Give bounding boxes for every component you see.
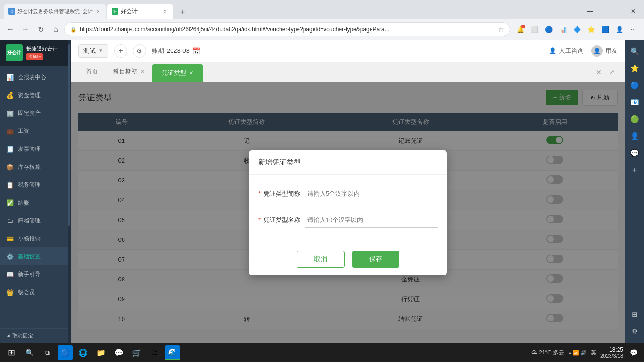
more-btn[interactable]: ⋯ — [627, 23, 640, 36]
user-name: 用友 — [605, 47, 618, 55]
logo-text-block: 畅捷通好合计 流畅版 — [26, 45, 58, 60]
sidebar-item-reports[interactable]: 📊 会报表中心 — [0, 68, 71, 86]
sidebar-item-archive[interactable]: 🗂 归档管理 — [0, 212, 71, 230]
tab-subject[interactable]: 科目期初 ✕ — [106, 62, 152, 82]
taskbar-app-wechat[interactable]: 💬 — [111, 345, 126, 360]
page-content: 凭证类型 + 新增 ↻ 刷新 编号 凭证类型简称 — [71, 82, 625, 343]
menu-icon-finance: 💰 — [6, 91, 14, 99]
taskbar-app-store[interactable]: 🛒 — [129, 345, 144, 360]
page-tab-bar: 首页 科目期初 ✕ 凭证类型 ✕ ✕ ⤢ — [71, 62, 625, 82]
close-button[interactable]: ✕ — [622, 4, 644, 19]
tab2-title: 好会计 — [121, 8, 160, 16]
start-button[interactable]: ⊞ — [4, 345, 19, 360]
user-info[interactable]: 👤 用友 — [591, 45, 618, 57]
minimize-button[interactable]: — — [579, 4, 601, 19]
right-icon-user[interactable]: 👤 — [627, 128, 643, 144]
taskbar-app-folder[interactable]: 🗂 — [147, 345, 162, 360]
tab-subject-label: 科目期初 — [113, 67, 138, 76]
sidebar-item-member[interactable]: 👑 畅会员 — [0, 283, 71, 301]
tab1-close[interactable]: ✕ — [95, 8, 101, 15]
menu-icon-tax: 📋 — [6, 181, 14, 189]
ext-btn-7[interactable]: 🟦 — [599, 23, 612, 36]
sidebar-item-tax[interactable]: 📋 税务管理 — [0, 176, 71, 194]
ext-btn-1[interactable]: 🔔 — [514, 23, 527, 36]
workspace-arrow: ▼ — [99, 48, 103, 53]
sidebar-menu: 📊 会报表中心 💰 资金管理 🏢 固定资产 💼 工资 🧾 发票管理 📦 库存核算… — [0, 66, 71, 328]
period-calendar-icon[interactable]: 📅 — [192, 47, 200, 55]
tab-voucher[interactable]: 凭证类型 ✕ — [152, 64, 203, 82]
ext-btn-5[interactable]: 🔷 — [570, 23, 584, 36]
abbr-input[interactable] — [305, 186, 438, 201]
right-icon-green[interactable]: 🟢 — [627, 111, 643, 127]
right-icon-outlook[interactable]: 📧 — [627, 94, 643, 110]
taskbar-sys-icons[interactable]: ∧ 📶 🔊 — [568, 350, 587, 356]
forward-button[interactable]: → — [19, 23, 32, 36]
right-icon-settings[interactable]: ⚙ — [627, 323, 643, 339]
tab2-favicon: 好 — [112, 8, 118, 15]
app-area: 好会计 畅捷通好合计 流畅版 📊 会报表中心 💰 资金管理 🏢 固定资产 💼 工… — [0, 40, 644, 343]
right-icon-add[interactable]: + — [627, 162, 643, 178]
home-button[interactable]: ⌂ — [49, 23, 62, 36]
reload-button[interactable]: ↻ — [34, 23, 47, 36]
ext-btn-3[interactable]: 🔵 — [542, 23, 555, 36]
ext-btn-6[interactable]: ⭐ — [585, 23, 598, 36]
collapse-btn[interactable]: ◄ 取消固定 — [6, 332, 65, 339]
taskbar-date: 2023/3/18 — [600, 353, 623, 359]
cancel-button[interactable]: 取消 — [297, 251, 345, 268]
taskbar-app-edge2[interactable]: 🌊 — [165, 345, 180, 360]
menu-label-invoice: 发票管理 — [18, 145, 41, 153]
taskbar-task-view[interactable]: ⧉ — [40, 345, 55, 360]
taskbar-app-files[interactable]: 📁 — [93, 345, 108, 360]
right-icon-star[interactable]: ⭐ — [627, 60, 643, 76]
consulting-label: 人工咨询 — [559, 47, 584, 55]
taskbar-app-chrome[interactable]: 🌐 — [75, 345, 91, 360]
tab-expand-btn[interactable]: ⤢ — [606, 66, 618, 78]
sidebar-item-inventory[interactable]: 📦 库存核算 — [0, 158, 71, 176]
right-icon-search[interactable]: 🔍 — [627, 43, 643, 59]
sidebar-item-settings[interactable]: ⚙️ 基础设置 — [0, 247, 71, 265]
sidebar-item-checkout[interactable]: ✅ 结账 — [0, 194, 71, 212]
back-button[interactable]: ← — [4, 23, 17, 36]
taskbar-notification[interactable]: 💬 — [627, 346, 640, 359]
taskbar-clock[interactable]: 18:25 2023/3/18 — [600, 346, 623, 359]
browser-tab-1[interactable]: 会 好会计云财务软件管理系统_会计 ✕ — [4, 4, 106, 19]
sidebar-item-invoice[interactable]: 🧾 发票管理 — [0, 140, 71, 158]
address-bar[interactable]: 🔒 https://cloud2.chanjet.com/accounting/… — [64, 22, 510, 36]
tab2-close[interactable]: ✕ — [162, 8, 168, 15]
browser-tab-2[interactable]: 好 好会计 ✕ — [107, 4, 173, 19]
menu-label-reports: 会报表中心 — [18, 74, 46, 82]
taskbar-app-edge[interactable]: 🔵 — [58, 345, 73, 360]
taskbar-search[interactable]: 🔍 — [22, 345, 37, 360]
sidebar-footer[interactable]: ◄ 取消固定 — [0, 328, 71, 343]
consulting-btn[interactable]: 👤 人工咨询 — [549, 47, 584, 55]
star-icon[interactable]: ☆ — [498, 25, 504, 33]
right-sidebar: 🔍 ⭐ 🔵 📧 🟢 👤 💬 + ⊞ ⚙ — [625, 40, 644, 343]
extensions-area: 🔔 ⬜ 🔵 📊 🔷 ⭐ 🟦 👤 ⋯ — [514, 23, 640, 36]
tab-collapse-btn[interactable]: ✕ — [593, 66, 604, 78]
menu-icon-settings: ⚙️ — [6, 252, 14, 261]
tab-voucher-close[interactable]: ✕ — [189, 70, 193, 76]
sidebar-item-assets[interactable]: 🏢 固定资产 — [0, 104, 71, 122]
workspace-selector[interactable]: 测试 ▼ — [78, 44, 108, 58]
maximize-button[interactable]: □ — [601, 4, 622, 19]
new-tab-button[interactable]: + — [176, 6, 189, 19]
ext-btn-4[interactable]: 📊 — [556, 23, 570, 36]
tab-subject-close[interactable]: ✕ — [140, 68, 145, 74]
sidebar-item-guide[interactable]: 📖 新手引导 — [0, 265, 71, 283]
save-button[interactable]: 保存 — [352, 251, 399, 268]
menu-icon-member: 👑 — [6, 288, 14, 296]
taskbar-weather: 🌤 21°C 多云 — [531, 349, 564, 357]
header-add-btn[interactable]: + — [114, 44, 127, 58]
header-settings-btn[interactable]: ⚙ — [133, 44, 146, 58]
tab-home[interactable]: 首页 — [78, 62, 106, 82]
name-input[interactable] — [305, 213, 438, 228]
right-icon-msg[interactable]: 💬 — [627, 145, 643, 161]
sidebar-item-finance[interactable]: 💰 资金管理 — [0, 86, 71, 104]
sidebar-item-salary[interactable]: 💼 工资 — [0, 122, 71, 140]
right-icon-blue[interactable]: 🔵 — [627, 77, 643, 93]
ext-btn-2[interactable]: ⬜ — [528, 23, 541, 36]
right-icon-grid[interactable]: ⊞ — [627, 306, 643, 322]
sidebar-item-expense[interactable]: 💳 小畅报销 — [0, 230, 71, 247]
profile-btn[interactable]: 👤 — [613, 23, 626, 36]
logo-badge: 流畅版 — [26, 53, 43, 60]
